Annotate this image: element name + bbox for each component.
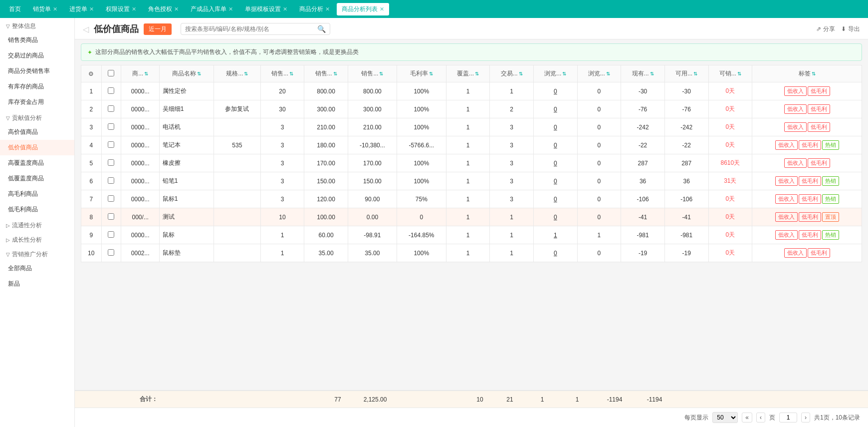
row-checkbox[interactable] bbox=[108, 123, 114, 130]
nav-permissions[interactable]: 权限设置 ✕ bbox=[101, 3, 141, 15]
nav-product-analysis-list[interactable]: 商品分析列表 ✕ bbox=[337, 3, 389, 15]
sidebar-toggle-icon[interactable]: ◁ bbox=[83, 24, 89, 34]
cell-view1[interactable]: 0 bbox=[534, 190, 578, 208]
row-checkbox[interactable] bbox=[108, 231, 114, 238]
cell-view1[interactable]: 0 bbox=[534, 154, 578, 172]
sidebar-section-circulation[interactable]: ▷ 流通性分析 bbox=[0, 217, 74, 232]
sidebar-item-high-coverage[interactable]: 高覆盖度商品 bbox=[0, 155, 74, 171]
col-name[interactable]: 商品名称⇅ bbox=[159, 65, 214, 82]
cell-checkbox[interactable] bbox=[101, 136, 121, 154]
col-spec[interactable]: 规格...⇅ bbox=[214, 65, 260, 82]
select-all-checkbox[interactable] bbox=[108, 70, 114, 76]
nav-role-auth-close[interactable]: ✕ bbox=[174, 6, 179, 12]
sidebar-item-traded-goods[interactable]: 交易过的商品 bbox=[0, 48, 74, 63]
row-checkbox[interactable] bbox=[108, 105, 114, 112]
sidebar-item-high-margin[interactable]: 高毛利商品 bbox=[0, 186, 74, 202]
col-sale-qty[interactable]: 销售...⇅ bbox=[260, 65, 304, 82]
sidebar-item-sales-goods[interactable]: 销售类商品 bbox=[0, 32, 74, 48]
cell-checkbox[interactable] bbox=[101, 208, 121, 226]
cell-view1[interactable]: 0 bbox=[534, 100, 578, 118]
col-sale-amount[interactable]: 销售...⇅ bbox=[348, 65, 397, 82]
sidebar-item-low-coverage[interactable]: 低覆盖度商品 bbox=[0, 171, 74, 186]
export-button[interactable]: ⬇ 导出 bbox=[841, 25, 860, 33]
nav-product-analysis-close[interactable]: ✕ bbox=[325, 6, 330, 12]
nav-product-analysis[interactable]: 商品分析 ✕ bbox=[294, 3, 335, 15]
col-available[interactable]: 可用...⇅ bbox=[664, 65, 708, 82]
cell-checkbox[interactable] bbox=[101, 118, 121, 136]
nav-product-in[interactable]: 产成品入库单 ✕ bbox=[186, 3, 238, 15]
search-input[interactable] bbox=[185, 25, 315, 32]
cell-coverage: 1 bbox=[446, 100, 490, 118]
pagination-page-input[interactable] bbox=[779, 413, 797, 423]
col-sale-price[interactable]: 销售...⇅ bbox=[304, 65, 348, 82]
nav-home[interactable]: 首页 bbox=[4, 3, 26, 15]
col-settings[interactable]: ⚙ bbox=[81, 65, 102, 82]
nav-purchase-close[interactable]: ✕ bbox=[89, 6, 94, 12]
col-view1[interactable]: 浏览...⇅ bbox=[534, 65, 578, 82]
nav-template-close[interactable]: ✕ bbox=[283, 6, 287, 12]
row-checkbox[interactable] bbox=[108, 177, 114, 184]
cell-view1[interactable]: 0 bbox=[534, 82, 578, 100]
per-page-select[interactable]: 50 100 200 bbox=[712, 412, 738, 423]
cell-checkbox[interactable] bbox=[101, 154, 121, 172]
col-code[interactable]: 商...⇅ bbox=[121, 65, 159, 82]
nav-purchase[interactable]: 进货单 ✕ bbox=[64, 3, 99, 15]
share-button[interactable]: ⇗ 分享 bbox=[816, 25, 835, 33]
cell-view1[interactable]: 0 bbox=[534, 244, 578, 262]
col-sellable[interactable]: 可销...⇅ bbox=[708, 65, 752, 82]
pagination-first-btn[interactable]: « bbox=[742, 413, 752, 423]
col-trade[interactable]: 交易...⇅ bbox=[490, 65, 534, 82]
row-checkbox[interactable] bbox=[108, 249, 114, 256]
cell-margin: 100% bbox=[397, 154, 446, 172]
col-coverage[interactable]: 覆盖...⇅ bbox=[446, 65, 490, 82]
col-view2[interactable]: 浏览...⇅ bbox=[577, 65, 621, 82]
nav-sales-close[interactable]: ✕ bbox=[53, 6, 57, 12]
sidebar-item-stock-goods[interactable]: 有库存的商品 bbox=[0, 79, 74, 94]
sidebar-item-low-value[interactable]: 低价值商品 bbox=[0, 140, 74, 155]
row-checkbox[interactable] bbox=[108, 141, 114, 148]
filter-recent-month[interactable]: 近一月 bbox=[144, 23, 172, 35]
sidebar-item-stock-capital[interactable]: 库存资金占用 bbox=[0, 94, 74, 110]
sidebar-item-new-goods[interactable]: 新品 bbox=[0, 276, 74, 292]
sidebar-item-all-goods[interactable]: 全部商品 bbox=[0, 261, 74, 276]
row-checkbox[interactable] bbox=[108, 87, 114, 94]
cell-view1[interactable]: 0 bbox=[534, 118, 578, 136]
cell-view1[interactable]: 1 bbox=[534, 226, 578, 244]
cell-trade: 3 bbox=[490, 190, 534, 208]
row-checkbox[interactable] bbox=[108, 195, 114, 202]
cell-view1[interactable]: 0 bbox=[534, 208, 578, 226]
table-wrap[interactable]: ⚙ 商...⇅ 商品名称⇅ 规格...⇅ 销售...⇅ 销售...⇅ 销售...… bbox=[75, 65, 868, 390]
cell-sale-qty: 30 bbox=[260, 100, 304, 118]
sidebar-item-high-value[interactable]: 高价值商品 bbox=[0, 124, 74, 140]
cell-view1[interactable]: 0 bbox=[534, 136, 578, 154]
nav-product-in-close[interactable]: ✕ bbox=[228, 6, 233, 12]
col-checkbox[interactable] bbox=[101, 65, 121, 82]
cell-view1[interactable]: 0 bbox=[534, 172, 578, 190]
nav-permissions-close[interactable]: ✕ bbox=[132, 6, 136, 12]
cell-checkbox[interactable] bbox=[101, 244, 121, 262]
sidebar-item-category-rate[interactable]: 商品分类销售率 bbox=[0, 63, 74, 79]
col-current[interactable]: 现有...⇅ bbox=[621, 65, 665, 82]
nav-product-analysis-list-close[interactable]: ✕ bbox=[380, 6, 384, 12]
pagination-next-btn[interactable]: › bbox=[801, 413, 810, 423]
cell-checkbox[interactable] bbox=[101, 82, 121, 100]
sidebar-section-marketing[interactable]: ▽ 营销推广分析 bbox=[0, 246, 74, 261]
nav-template[interactable]: 单据模板设置 ✕ bbox=[240, 3, 292, 15]
cell-checkbox[interactable] bbox=[101, 172, 121, 190]
cell-coverage: 1 bbox=[446, 136, 490, 154]
cell-checkbox[interactable] bbox=[101, 190, 121, 208]
sidebar-item-low-margin[interactable]: 低毛利商品 bbox=[0, 202, 74, 217]
nav-role-auth[interactable]: 角色授权 ✕ bbox=[143, 3, 184, 15]
cell-checkbox[interactable] bbox=[101, 100, 121, 118]
sidebar-section-contribution[interactable]: ▽ 贡献值分析 bbox=[0, 110, 74, 124]
row-checkbox[interactable] bbox=[108, 159, 114, 166]
cell-checkbox[interactable] bbox=[101, 226, 121, 244]
col-margin[interactable]: 毛利率⇅ bbox=[397, 65, 446, 82]
cell-spec bbox=[214, 226, 260, 244]
pagination-prev-btn[interactable]: ‹ bbox=[756, 413, 765, 423]
nav-sales[interactable]: 销货单 ✕ bbox=[28, 3, 62, 15]
sidebar-section-overall[interactable]: ▽ 整体信息 bbox=[0, 18, 74, 32]
row-checkbox[interactable] bbox=[108, 213, 114, 220]
col-tags[interactable]: 标签⇅ bbox=[752, 65, 862, 82]
sidebar-section-growth[interactable]: ▷ 成长性分析 bbox=[0, 232, 74, 246]
